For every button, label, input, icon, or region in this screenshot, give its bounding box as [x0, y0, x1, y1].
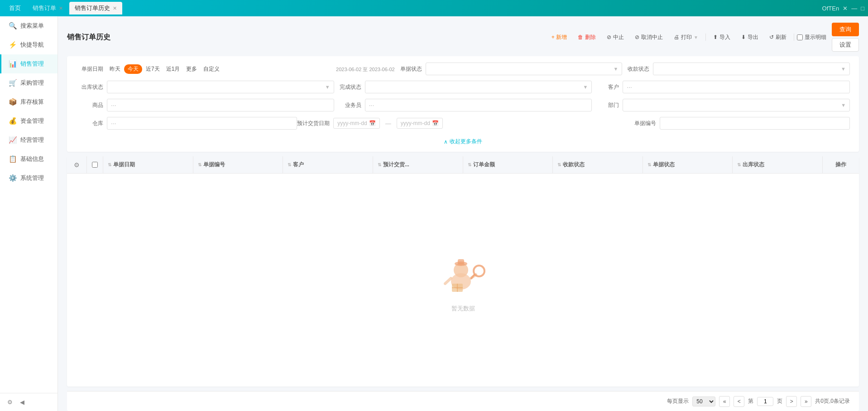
- delivery-date-start-calendar-icon: 📅: [369, 120, 376, 126]
- cancel-stop-button[interactable]: ⊘ 取消中止: [630, 31, 667, 44]
- next-page-button[interactable]: >: [786, 396, 797, 407]
- sort-icon-number[interactable]: ⇅: [198, 162, 201, 167]
- show-details-checkbox[interactable]: [797, 34, 803, 40]
- date-tab-yesterday[interactable]: 昨天: [107, 64, 123, 74]
- delivery-date-end[interactable]: yyyy-mm-dd 📅: [397, 118, 443, 129]
- date-tab-today[interactable]: 今天: [124, 64, 142, 74]
- delivery-status-label: 出库状态: [76, 83, 103, 91]
- sidebar-collapse-icon[interactable]: ◀: [20, 399, 24, 406]
- product-more-icon[interactable]: ···: [111, 102, 116, 109]
- sidebar-settings-icon[interactable]: ⚙: [7, 399, 13, 406]
- export-button[interactable]: ⬇ 导出: [737, 31, 763, 44]
- sales-order-history-close-icon[interactable]: ✕: [113, 5, 117, 11]
- th-delivery: ⇅ 预计交货...: [373, 156, 463, 173]
- date-tab-more[interactable]: 更多: [183, 64, 200, 74]
- sidebar-item-purchase[interactable]: 🛒 采购管理: [0, 73, 58, 92]
- sort-icon-doc-status[interactable]: ⇅: [647, 162, 651, 167]
- topbar-minimize-icon[interactable]: —: [851, 5, 857, 12]
- sidebar-item-search-menu[interactable]: 🔍 搜索菜单: [0, 16, 58, 35]
- page-unit: 页: [777, 397, 782, 405]
- inventory-icon: 📦: [9, 98, 17, 106]
- th-check[interactable]: [87, 156, 103, 173]
- warehouse-input[interactable]: ···: [107, 117, 297, 130]
- sidebar-item-quick-nav[interactable]: ⚡ 快捷导航: [0, 35, 58, 54]
- filter-warehouse: 仓库 ···: [76, 117, 297, 130]
- page-title: 销售订单历史: [67, 33, 110, 42]
- date-tab-1month[interactable]: 近1月: [163, 64, 183, 74]
- show-details-checkbox-label[interactable]: 显示明细: [797, 34, 826, 41]
- sort-icon-amount[interactable]: ⇅: [468, 162, 471, 167]
- first-page-button[interactable]: «: [719, 396, 730, 407]
- system-icon: ⚙️: [9, 174, 17, 182]
- delivery-date-label: 预计交货日期: [297, 120, 330, 127]
- doc-status-select[interactable]: ▼: [426, 63, 623, 75]
- sales-order-history-tab-label: 销售订单历史: [75, 4, 110, 12]
- table-settings-icon[interactable]: ⚙: [74, 161, 80, 169]
- tab-sales-order[interactable]: 销售订单 ✕: [27, 2, 68, 15]
- quick-nav-icon: ⚡: [9, 41, 17, 49]
- sidebar-item-sales[interactable]: 📊 销售管理: [0, 54, 58, 73]
- import-icon: ⬆: [713, 34, 718, 40]
- new-button[interactable]: + 新增: [547, 31, 571, 44]
- warehouse-more-icon[interactable]: ···: [111, 120, 116, 127]
- order-number-input[interactable]: [660, 117, 850, 130]
- topbar-maximize-icon[interactable]: □: [861, 5, 864, 12]
- delete-button[interactable]: 🗑 🗑 删除 删除: [573, 31, 600, 44]
- prev-page-icon: <: [738, 398, 741, 405]
- sort-icon-customer[interactable]: ⇅: [288, 162, 291, 167]
- sidebar-item-system[interactable]: ⚙️ 系统管理: [0, 169, 58, 188]
- sales-order-close-icon[interactable]: ✕: [59, 5, 63, 11]
- topbar-close-icon[interactable]: ✕: [843, 5, 848, 12]
- complete-status-select[interactable]: ▼: [365, 81, 592, 93]
- col-delivery-label: 预计交货...: [383, 161, 409, 169]
- sidebar-item-base-info[interactable]: 📋 基础信息: [0, 150, 58, 169]
- sidebar-item-inventory[interactable]: 📦 库存核算: [0, 92, 58, 111]
- sort-icon-out-status[interactable]: ⇅: [737, 162, 741, 167]
- sidebar-item-operations[interactable]: 📈 经营管理: [0, 131, 58, 150]
- settings-button[interactable]: 设置: [832, 38, 859, 52]
- toolbar: + 新增 🗑 🗑 删除 删除 ⊘ 中止 ⊘ 取消中止 🖨 打印: [547, 23, 859, 52]
- collapse-bar[interactable]: ∧ 收起更多条件: [76, 135, 850, 145]
- sort-icon-date[interactable]: ⇅: [108, 162, 111, 167]
- payment-status-label: 收款状态: [622, 65, 649, 73]
- delivery-date-start[interactable]: yyyy-mm-dd 📅: [333, 118, 379, 129]
- customer-more-icon[interactable]: ···: [627, 83, 632, 91]
- last-page-button[interactable]: »: [801, 396, 811, 407]
- filter-row-2: 出库状态 ▼ 完成状态 ▼ 客户 ···: [76, 81, 850, 93]
- sidebar-item-finance[interactable]: 💰 资金管理: [0, 111, 58, 131]
- tab-sales-order-history[interactable]: 销售订单历史 ✕: [69, 2, 122, 15]
- date-tab-7days[interactable]: 近7天: [143, 64, 163, 74]
- print-button[interactable]: 🖨 打印 ▼: [669, 31, 703, 44]
- stop-button[interactable]: ⊘ 中止: [602, 31, 628, 44]
- select-all-checkbox[interactable]: [92, 162, 98, 168]
- th-settings[interactable]: ⚙: [67, 156, 87, 173]
- sort-icon-payment[interactable]: ⇅: [557, 162, 561, 167]
- product-input[interactable]: ···: [107, 99, 334, 111]
- sort-icon-delivery[interactable]: ⇅: [378, 162, 381, 167]
- prev-page-button[interactable]: <: [734, 396, 744, 407]
- customer-input[interactable]: ···: [623, 81, 850, 93]
- delivery-status-dropdown-icon: ▼: [325, 84, 330, 90]
- department-select[interactable]: ▼: [623, 99, 850, 111]
- next-page-icon: >: [790, 398, 793, 405]
- base-info-label: 基础信息: [20, 155, 44, 163]
- salesperson-input[interactable]: ···: [365, 99, 592, 111]
- payment-status-select[interactable]: ▼: [653, 63, 850, 75]
- filter-row-3: 商品 ··· 业务员 ··· 部门 ▼: [76, 99, 850, 111]
- table-area: ⚙ ⇅ 单据日期 ⇅ 单据编号 ⇅ 客户 ⇅: [67, 156, 859, 387]
- svg-rect-3: [458, 259, 464, 265]
- divider2: [794, 34, 794, 41]
- per-page-select[interactable]: 50 20 100: [692, 396, 715, 406]
- import-button[interactable]: ⬆ 导入: [709, 31, 735, 44]
- date-tab-custom[interactable]: 自定义: [201, 64, 222, 74]
- delivery-date-end-placeholder: yyyy-mm-dd: [401, 120, 430, 126]
- tab-home[interactable]: 首页: [4, 2, 26, 15]
- operations-label: 经营管理: [20, 136, 44, 144]
- content-area: 销售订单历史 + 新增 🗑 🗑 删除 删除 ⊘ 中止 ⊘ 取消中止: [58, 16, 868, 411]
- th-payment: ⇅ 收款状态: [553, 156, 643, 173]
- current-page-input[interactable]: [757, 397, 773, 406]
- delivery-status-select[interactable]: ▼: [107, 81, 334, 93]
- refresh-button[interactable]: ↺ 刷新: [765, 31, 791, 44]
- salesperson-more-icon[interactable]: ···: [369, 102, 374, 109]
- query-button[interactable]: 查询: [832, 23, 859, 36]
